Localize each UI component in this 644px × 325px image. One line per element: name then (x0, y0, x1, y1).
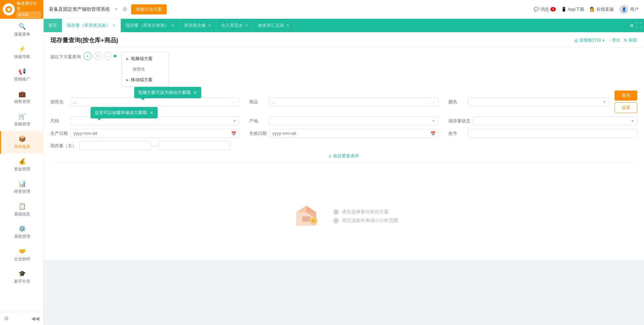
query-button[interactable]: 查询 (614, 91, 637, 101)
tab-home-label: 首页 (48, 22, 57, 29)
tab-flow[interactable]: 出入库流水 ✕ (216, 19, 253, 32)
production-date-label: 生产日期 (50, 130, 68, 137)
sidebar-item-basics[interactable]: 📋 基础信息 (0, 199, 43, 221)
sidebar-item-inventory[interactable]: 📦 库存核算 (0, 131, 43, 154)
nav-icon: ⚡ (18, 45, 26, 53)
topbar-dropdown-icon[interactable]: ▼ (114, 7, 118, 12)
message-item[interactable]: 💬 消息 6 (534, 6, 556, 12)
sidebar-item-finance[interactable]: 💰 资金管理 (0, 154, 43, 176)
tabs-bar: 首页 现存量（库存状况表） ✕ 现存量（库存分布表） ✕ 库存批次账 ✕ 出入库… (44, 19, 644, 32)
expiry-date-input[interactable] (269, 129, 438, 138)
color-input-wrap: ▼ (468, 97, 609, 106)
tab-inventory-dist-label: 现存量（库存分布表） (125, 22, 169, 29)
collapse-up-icon: ∧ (328, 154, 332, 159)
expiry-date-label: 失效日期 (249, 130, 267, 137)
sidebar-item-nav[interactable]: ⚡ 快捷导航 (0, 41, 43, 64)
stock-main-max-input[interactable] (158, 141, 230, 150)
sidebar-item-label: 营销推广 (14, 76, 30, 82)
tab-batch-label: 库存批次账 (184, 22, 206, 29)
filter-batch: 批号 (448, 129, 637, 138)
page-title: 现存量查询(按仓库+商品) (50, 36, 118, 44)
sidebar-bottom: ⚙ ◀◀ (0, 312, 43, 325)
sidebar-item-label: 销售管理 (14, 99, 30, 105)
tip-num-1: 1 (333, 209, 339, 215)
filter-color: 颜色 ▼ 查询 设置 (448, 91, 637, 113)
filter-production-date: 生产日期 📅 (50, 129, 239, 138)
color-select[interactable] (468, 97, 609, 106)
filter-scheme-row: 按以下方案查询 + ↻ « ▶ 电脑端方案 (50, 52, 637, 87)
system-icon: ⚙️ (18, 225, 26, 232)
sales-icon: 💼 (18, 90, 26, 98)
back-scheme-button[interactable]: « (104, 52, 112, 60)
production-date-input[interactable] (70, 129, 239, 138)
user-item[interactable]: 👤 用户 (619, 5, 639, 14)
sidebar-item-management[interactable]: 📊 经营管理 (0, 176, 43, 199)
tooltip1-close-icon[interactable]: ✕ (193, 90, 197, 95)
chevron-icon: ▼ (602, 39, 605, 42)
filter-stock-main: 现存量（主） — (50, 141, 239, 150)
refresh-scheme-button[interactable]: ↻ (94, 52, 102, 60)
sidebar-item-sales[interactable]: 💼 销售管理 (0, 86, 43, 109)
sidebar-item-system[interactable]: ⚙️ 系统管理 (0, 221, 43, 243)
sidebar-item-marketing[interactable]: 📢 营销推广 (0, 64, 43, 86)
template-print-button[interactable]: 🖨 按模板打印 ▼ (574, 37, 605, 43)
avatar: 👤 (619, 5, 629, 14)
size-label: 尺码 (50, 118, 67, 124)
warehouse-input[interactable] (70, 97, 239, 106)
purchase-icon: 🛒 (18, 113, 26, 120)
app-download-item[interactable]: 📱 App下载 (561, 6, 584, 12)
export-button[interactable]: ↑ 导出 (609, 37, 621, 43)
sidebar-item-label: 新手引导 (14, 279, 30, 284)
scheme-desktop-label: 电脑端方案 (131, 56, 153, 62)
sidebar-item-search[interactable]: 🔍 搜索菜单 (0, 19, 43, 41)
scheme-tree-desktop[interactable]: ▶ 电脑端方案 (122, 54, 168, 64)
tab-home[interactable]: 首页 (44, 19, 62, 32)
production-date-input-wrap: 📅 (70, 129, 239, 138)
sidebar: 畅 畅捷通好生意 标准版 🔍 搜索菜单 ⚡ 快捷导航 📢 营销推广 💼 销售管理… (0, 0, 44, 325)
sidebar-item-guide[interactable]: 🎓 新手引导 (0, 266, 43, 288)
tab-close-icon[interactable]: ✕ (112, 23, 116, 28)
tooltip2-close-icon[interactable]: ✕ (150, 110, 154, 115)
tab-summary[interactable]: 收发存汇总表 ✕ (253, 19, 294, 32)
goods-input[interactable] (269, 97, 438, 106)
experience-button[interactable]: 体验行业方案 (131, 4, 167, 14)
tooltip2-text: 这里可以创建和修改方案哦 (95, 110, 147, 116)
origin-select[interactable] (269, 116, 438, 125)
tab-close-icon[interactable]: ✕ (208, 23, 211, 28)
tab-close-icon[interactable]: ✕ (286, 23, 289, 28)
collapse-text: 收起更多条件 (333, 153, 359, 159)
stock-main-min-input[interactable] (79, 141, 151, 150)
tab-inventory-dist[interactable]: 现存量（库存分布表） ✕ (121, 19, 179, 32)
topbar-settings-icon[interactable]: ⚙ (122, 6, 127, 12)
scheme-tree-sub1[interactable]: 按照仓 (129, 64, 168, 74)
sidebar-item-purchase[interactable]: 🛒 采购管理 (0, 109, 43, 131)
maximize-button[interactable]: ⛶ (636, 22, 641, 29)
scheme-buttons: + ↻ « (84, 52, 116, 60)
setting-button[interactable]: 设置 (614, 102, 637, 113)
close-all-tabs-button[interactable]: ✕ (630, 22, 634, 29)
tab-close-icon[interactable]: ✕ (171, 23, 174, 28)
topbar: 装备及固定资产辅助管理系统 ▼ ⚙ 体验行业方案 💬 消息 6 📱 App下载 … (44, 0, 644, 19)
tab-close-icon[interactable]: ✕ (245, 23, 248, 28)
tab-batch[interactable]: 库存批次账 ✕ (179, 19, 216, 32)
scheme-panel-container: ▶ 电脑端方案 按照仓 ▶ 移动端方案 (122, 52, 169, 87)
batch-input[interactable] (468, 129, 637, 138)
collapse-bar[interactable]: ∧ 收起更多条件 (50, 150, 637, 162)
stock-main-label: 现存量（主） (50, 143, 76, 149)
stock-status-select[interactable] (473, 116, 637, 125)
sidebar-item-label: 企业协同 (14, 256, 30, 262)
inventory-icon: 📦 (18, 135, 26, 143)
settings-bottom-icon[interactable]: ⚙ (4, 315, 9, 322)
filter-expiry-date: 失效日期 📅 (249, 129, 438, 138)
page-content: 现存量查询(按仓库+商品) 🖨 按模板打印 ▼ ↑ 导出 ↻ 刷新 (44, 32, 644, 325)
sidebar-item-collab[interactable]: 🤝 企业协同 (0, 243, 43, 266)
goods-input-wrap: ··· (269, 97, 438, 106)
empty-state: 😐 1 请先选择要分析的方案 2 用过滤条件来缩小分析范围 (44, 172, 644, 260)
add-scheme-button[interactable]: + (84, 52, 92, 60)
collapse-sidebar-icon[interactable]: ◀◀ (31, 315, 39, 322)
refresh-button[interactable]: ↻ 刷新 (624, 37, 637, 43)
tab-inventory-status[interactable]: 现存量（库存状况表） ✕ (62, 19, 121, 32)
page-header: 现存量查询(按仓库+商品) 🖨 按模板打印 ▼ ↑ 导出 ↻ 刷新 (44, 32, 644, 47)
online-support-item[interactable]: 💁 在线客服 (590, 6, 614, 12)
scheme-tree-mobile[interactable]: ▶ 移动端方案 (122, 75, 168, 85)
